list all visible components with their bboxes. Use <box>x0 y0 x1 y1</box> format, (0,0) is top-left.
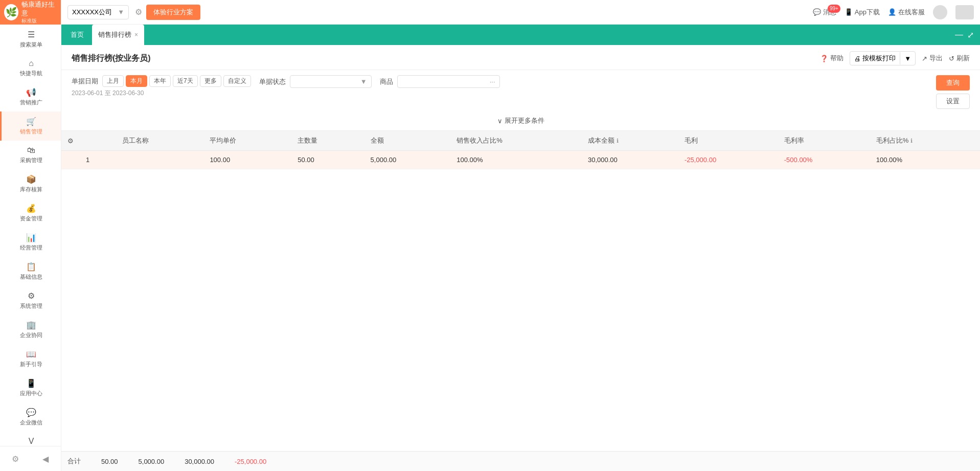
window-minimize-icon[interactable]: — <box>955 30 963 40</box>
wechat-label: 企业微信 <box>20 419 42 427</box>
date-btn-this-year[interactable]: 本年 <box>149 75 171 87</box>
tab-sales-ranking[interactable]: 销售排行榜 × <box>92 25 144 45</box>
th-rank <box>80 131 116 151</box>
sidebar-item-wechat[interactable]: 💬 企业微信 <box>0 402 61 432</box>
sidebar-item-finance[interactable]: 💰 资金管理 <box>0 198 61 228</box>
sidebar-item-inventory[interactable]: 📦 库存核算 <box>0 169 61 198</box>
help-icon: ❓ <box>820 55 828 62</box>
refresh-btn[interactable]: ↺ 刷新 <box>949 54 970 63</box>
cell-avg-price: 100.00 <box>203 151 291 169</box>
table-container: ⚙ 员工名称 平均单价 主数量 全额 销售收入占比% 成本全额 ℹ 毛利 毛利率… <box>61 131 980 451</box>
user-avatar[interactable] <box>933 5 947 19</box>
operation-icon: 📊 <box>26 233 36 242</box>
member-icon: V <box>29 437 34 446</box>
sidebar-item-system[interactable]: ⚙ 系统管理 <box>0 286 61 315</box>
cell-rank: 1 <box>80 151 116 169</box>
date-btn-this-month[interactable]: 本月 <box>126 75 147 87</box>
filter-actions: 查询 设置 <box>936 75 970 109</box>
sales-label: 销售管理 <box>20 128 42 136</box>
print-dropdown-btn[interactable]: ▼ <box>900 53 915 64</box>
sidebar-collapse-btn[interactable]: ◀ <box>35 451 56 467</box>
status-chevron-icon: ▼ <box>360 78 367 85</box>
purchase-icon: 🛍 <box>27 146 35 155</box>
sidebar-item-search[interactable]: ☰ 搜索菜单 <box>0 25 61 54</box>
trial-button[interactable]: 体验行业方案 <box>146 5 200 20</box>
export-btn[interactable]: ↗ 导出 <box>922 54 943 63</box>
page-title: 销售排行榜(按业务员) <box>72 53 151 64</box>
print-icon: 🖨 <box>854 55 861 62</box>
company-selector[interactable]: XXXXXX公司 ▼ <box>67 5 129 19</box>
page-actions: ❓ 帮助 🖨 按模板打印 ▼ ↗ 导出 <box>820 51 970 65</box>
cell-settings[interactable] <box>61 151 80 169</box>
sidebar: 🌿 畅康通好生意 标准版 ☰ 搜索菜单 ⌂ 快捷导航 📢 营销推广 🛒 销售管理… <box>0 0 61 471</box>
date-btn-7days[interactable]: 近7天 <box>173 75 198 87</box>
sidebar-item-marketing[interactable]: 📢 营销推广 <box>0 82 61 111</box>
cell-cost: 30,000.00 <box>582 151 678 169</box>
sidebar-settings-btn[interactable]: ⚙ <box>5 451 26 467</box>
service-icon: 👤 <box>888 8 896 16</box>
sidebar-item-member[interactable]: V 畅会员 <box>0 432 61 446</box>
cell-amount: 5,000.00 <box>364 151 451 169</box>
date-filter-col: 单据日期 上月 本月 本年 近7天 更多 自定义 2023-06-01 至 20… <box>72 75 251 98</box>
service-btn[interactable]: 👤 在线客服 <box>888 8 925 17</box>
date-btn-last-month[interactable]: 上月 <box>102 75 124 87</box>
quick-nav-label: 快捷导航 <box>20 70 42 77</box>
sidebar-item-quick-nav[interactable]: ⌂ 快捷导航 <box>0 54 61 82</box>
sidebar-item-operation[interactable]: 📊 经营管理 <box>0 228 61 257</box>
status-label: 单据状态 <box>259 77 286 86</box>
sidebar-item-basic[interactable]: 📋 基础信息 <box>0 257 61 286</box>
query-button[interactable]: 查询 <box>936 75 970 91</box>
th-avg-price: 平均单价 <box>203 131 291 151</box>
filter-settings-button[interactable]: 设置 <box>936 94 970 109</box>
date-btn-more[interactable]: 更多 <box>200 75 221 87</box>
header-right: 💬 消息 99+ 📱 App下载 👤 在线客服 <box>813 5 974 19</box>
marketing-label: 营销推广 <box>20 99 42 106</box>
logo-icon: 🌿 <box>4 4 18 20</box>
print-chevron-icon: ▼ <box>904 55 911 62</box>
inventory-label: 库存核算 <box>20 186 42 193</box>
system-icon: ⚙ <box>28 291 35 301</box>
th-gross-pct: 毛利占比% ℹ <box>870 131 980 151</box>
company-chevron-icon: ▼ <box>118 8 124 16</box>
tab-home[interactable]: 首页 <box>63 25 91 45</box>
basic-label: 基础信息 <box>20 273 42 281</box>
company-settings-icon[interactable]: ⚙ <box>135 7 142 17</box>
print-btn-group: 🖨 按模板打印 ▼ <box>850 51 916 65</box>
help-btn[interactable]: ❓ 帮助 <box>820 54 844 63</box>
sidebar-item-app-center[interactable]: 📱 应用中心 <box>0 373 61 402</box>
top-header: XXXXXX公司 ▼ ⚙ 体验行业方案 💬 消息 99+ 📱 App下载 👤 在… <box>61 0 980 25</box>
sidebar-item-purchase[interactable]: 🛍 采购管理 <box>0 141 61 169</box>
goods-input[interactable] <box>402 78 488 85</box>
page-header: 销售排行榜(按业务员) ❓ 帮助 🖨 按模板打印 ▼ <box>61 45 980 70</box>
status-select[interactable]: ▼ <box>290 75 372 88</box>
cell-gross-pct: 100.00% <box>870 151 980 169</box>
date-label: 单据日期 <box>72 77 98 86</box>
goods-more-icon[interactable]: ··· <box>490 78 495 85</box>
th-settings[interactable]: ⚙ <box>61 131 80 151</box>
tab-close-icon[interactable]: × <box>134 31 138 38</box>
print-btn[interactable]: 🖨 按模板打印 <box>850 52 900 65</box>
expand-more-btn[interactable]: ∨ 展开更多条件 <box>497 116 544 125</box>
filter-main-row: 单据日期 上月 本月 本年 近7天 更多 自定义 2023-06-01 至 20… <box>72 75 970 109</box>
footer-cost: 30,000.00 <box>185 458 214 465</box>
window-maximize-icon[interactable]: ⤢ <box>967 30 974 40</box>
message-icon: 💬 <box>813 8 821 16</box>
basic-icon: 📋 <box>26 262 36 272</box>
cell-gross-rate: -500.00% <box>778 151 870 169</box>
sidebar-item-sales[interactable]: 🛒 销售管理 <box>0 111 61 141</box>
main-area: XXXXXX公司 ▼ ⚙ 体验行业方案 💬 消息 99+ 📱 App下载 👤 在… <box>61 0 980 471</box>
message-btn[interactable]: 💬 消息 99+ <box>813 8 836 17</box>
tab-actions: — ⤢ <box>951 30 978 40</box>
sidebar-item-enterprise[interactable]: 🏢 企业协同 <box>0 315 61 344</box>
search-icon: ☰ <box>28 30 35 39</box>
user-name[interactable] <box>955 5 974 19</box>
guide-label: 新手引导 <box>20 361 42 368</box>
date-btn-custom[interactable]: 自定义 <box>223 75 251 87</box>
guide-icon: 📖 <box>26 349 36 359</box>
sales-icon: 🛒 <box>26 117 36 126</box>
marketing-icon: 📢 <box>26 87 36 97</box>
finance-label: 资金管理 <box>20 215 42 222</box>
app-download-btn[interactable]: 📱 App下载 <box>845 8 880 17</box>
sidebar-bottom: ⚙ ◀ <box>0 446 61 471</box>
sidebar-item-guide[interactable]: 📖 新手引导 <box>0 344 61 373</box>
